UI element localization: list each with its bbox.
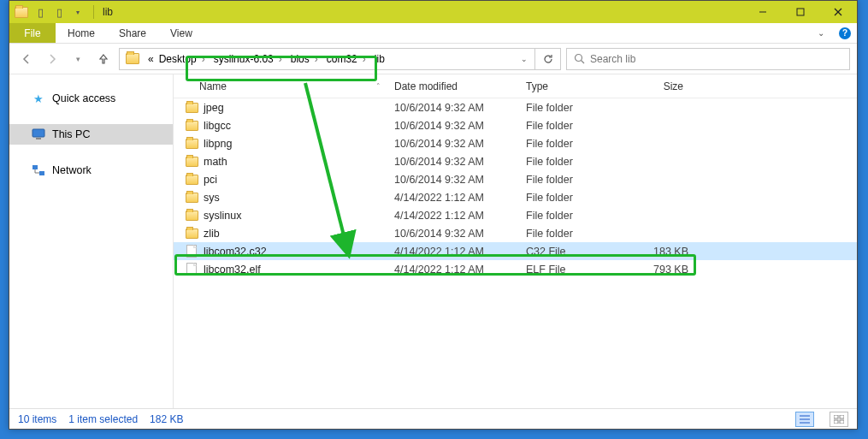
file-date: 10/6/2014 9:32 AM bbox=[394, 228, 526, 240]
file-icon bbox=[184, 245, 199, 258]
folder-icon bbox=[184, 228, 199, 239]
breadcrumb-label: com32 bbox=[327, 53, 357, 65]
star-icon: ★ bbox=[32, 92, 45, 105]
file-name: libgcc bbox=[199, 120, 394, 132]
file-type: ELF File bbox=[526, 264, 632, 276]
help-icon[interactable]: ? bbox=[833, 23, 857, 43]
breadcrumb-item[interactable]: lib bbox=[370, 49, 389, 69]
file-name: syslinux bbox=[199, 210, 394, 222]
qat-dropdown-icon[interactable]: ▾ bbox=[69, 3, 86, 21]
file-type: File folder bbox=[526, 102, 632, 114]
tab-home[interactable]: Home bbox=[56, 23, 107, 43]
folder-icon bbox=[184, 193, 199, 203]
ribbon-expand-icon[interactable]: ⌄ bbox=[809, 23, 833, 43]
status-selection: 1 item selected bbox=[68, 413, 138, 425]
view-details-button[interactable] bbox=[795, 412, 814, 427]
column-type[interactable]: Type bbox=[526, 80, 632, 92]
nav-label: Network bbox=[52, 164, 92, 176]
window-title: lib bbox=[103, 6, 113, 18]
breadcrumb-label: syslinux-6.03 bbox=[214, 53, 274, 65]
address-bar[interactable]: « Desktop › syslinux-6.03 ›bios ›com32 ›… bbox=[119, 48, 535, 70]
folder-icon bbox=[184, 121, 199, 131]
column-date[interactable]: Date modified bbox=[394, 80, 526, 92]
file-date: 10/6/2014 9:32 AM bbox=[394, 120, 526, 132]
folder-row[interactable]: zlib10/6/2014 9:32 AMFile folder bbox=[174, 224, 857, 242]
qat-item[interactable]: ▯ bbox=[50, 3, 68, 21]
file-type: File folder bbox=[526, 192, 632, 204]
file-name: sys bbox=[199, 192, 394, 204]
minimize-button[interactable] bbox=[744, 1, 782, 23]
svg-rect-14 bbox=[840, 415, 844, 418]
status-size: 182 KB bbox=[150, 413, 183, 425]
folder-icon bbox=[184, 103, 199, 113]
nav-quick-access[interactable]: ★ Quick access bbox=[9, 88, 173, 109]
folder-row[interactable]: pci10/6/2014 9:32 AMFile folder bbox=[174, 170, 857, 188]
forward-button[interactable] bbox=[42, 49, 62, 69]
file-tab[interactable]: File bbox=[9, 23, 56, 43]
maximize-button[interactable] bbox=[782, 1, 819, 23]
tab-view[interactable]: View bbox=[158, 23, 204, 43]
recent-dropdown-icon[interactable]: ▾ bbox=[68, 49, 88, 69]
folder-row[interactable]: sys4/14/2022 1:12 AMFile folder bbox=[174, 188, 857, 206]
svg-rect-15 bbox=[834, 420, 838, 424]
nav-network[interactable]: Network bbox=[9, 160, 173, 181]
svg-point-4 bbox=[576, 55, 582, 62]
file-type: C32 File bbox=[526, 246, 632, 258]
folder-row[interactable]: libpng10/6/2014 9:32 AMFile folder bbox=[174, 134, 857, 152]
folder-row[interactable]: jpeg10/6/2014 9:32 AMFile folder bbox=[174, 98, 857, 116]
view-large-button[interactable] bbox=[830, 412, 848, 427]
tab-share[interactable]: Share bbox=[107, 23, 158, 43]
breadcrumb-leading[interactable]: « Desktop › bbox=[144, 49, 210, 69]
address-dropdown-icon[interactable]: ⌄ bbox=[516, 55, 533, 63]
folder-row[interactable]: math10/6/2014 9:32 AMFile folder bbox=[174, 152, 857, 170]
breadcrumb-item[interactable]: com32 › bbox=[322, 49, 370, 69]
file-type: File folder bbox=[526, 120, 632, 132]
file-row[interactable]: libcom32.c324/14/2022 1:12 AMC32 File183… bbox=[174, 242, 857, 260]
folder-row[interactable]: libgcc10/6/2014 9:32 AMFile folder bbox=[174, 116, 857, 134]
breadcrumb-root[interactable] bbox=[121, 49, 144, 69]
file-row[interactable]: libcom32.elf4/14/2022 1:12 AMELF File793… bbox=[174, 260, 857, 278]
breadcrumb-item[interactable]: bios › bbox=[286, 49, 322, 69]
svg-rect-1 bbox=[797, 9, 804, 15]
file-name: libcom32.c32 bbox=[199, 246, 394, 258]
close-button[interactable] bbox=[819, 1, 857, 23]
file-name: zlib bbox=[199, 228, 394, 240]
up-button[interactable] bbox=[93, 49, 114, 69]
search-box[interactable] bbox=[566, 48, 850, 70]
file-name: libpng bbox=[199, 138, 394, 150]
folder-row[interactable]: syslinux4/14/2022 1:12 AMFile folder bbox=[174, 206, 857, 224]
nav-this-pc[interactable]: This PC bbox=[9, 124, 173, 145]
qat-item[interactable]: ▯ bbox=[32, 3, 49, 21]
folder-icon bbox=[184, 211, 199, 221]
column-size[interactable]: Size bbox=[632, 80, 688, 92]
refresh-button[interactable] bbox=[535, 48, 561, 70]
title-bar: ▯ ▯ ▾ lib bbox=[9, 1, 857, 23]
navigation-pane: ★ Quick access This PC Network bbox=[9, 74, 174, 408]
chevron-right-icon: › bbox=[315, 53, 318, 65]
ribbon-tabs: File Home Share View ⌄ ? bbox=[9, 23, 857, 44]
file-date: 10/6/2014 9:32 AM bbox=[394, 102, 526, 114]
svg-rect-8 bbox=[32, 165, 38, 169]
explorer-window: ▯ ▯ ▾ lib File Home Share View ⌄ ? ▾ « D… bbox=[9, 0, 858, 430]
column-header-row: Name˄ Date modified Type Size bbox=[174, 74, 857, 98]
file-type: File folder bbox=[526, 228, 632, 240]
search-input[interactable] bbox=[590, 53, 842, 65]
breadcrumb-label: lib bbox=[375, 53, 385, 65]
file-date: 10/6/2014 9:32 AM bbox=[394, 174, 526, 186]
svg-rect-7 bbox=[36, 138, 41, 139]
svg-rect-13 bbox=[834, 415, 838, 418]
file-list-pane: Name˄ Date modified Type Size jpeg10/6/2… bbox=[174, 74, 857, 408]
file-name: math bbox=[199, 156, 394, 168]
search-icon bbox=[574, 53, 585, 64]
back-button[interactable] bbox=[16, 49, 37, 69]
file-date: 4/14/2022 1:12 AM bbox=[394, 210, 526, 222]
file-date: 4/14/2022 1:12 AM bbox=[394, 264, 526, 276]
file-date: 4/14/2022 1:12 AM bbox=[394, 246, 526, 258]
chevron-right-icon: › bbox=[363, 53, 366, 65]
svg-rect-6 bbox=[32, 129, 44, 137]
breadcrumb-item[interactable]: syslinux-6.03 › bbox=[210, 49, 286, 69]
folder-icon bbox=[184, 175, 199, 185]
file-size: 183 KB bbox=[632, 246, 688, 258]
column-name[interactable]: Name˄ bbox=[199, 80, 394, 92]
svg-rect-16 bbox=[840, 420, 844, 424]
